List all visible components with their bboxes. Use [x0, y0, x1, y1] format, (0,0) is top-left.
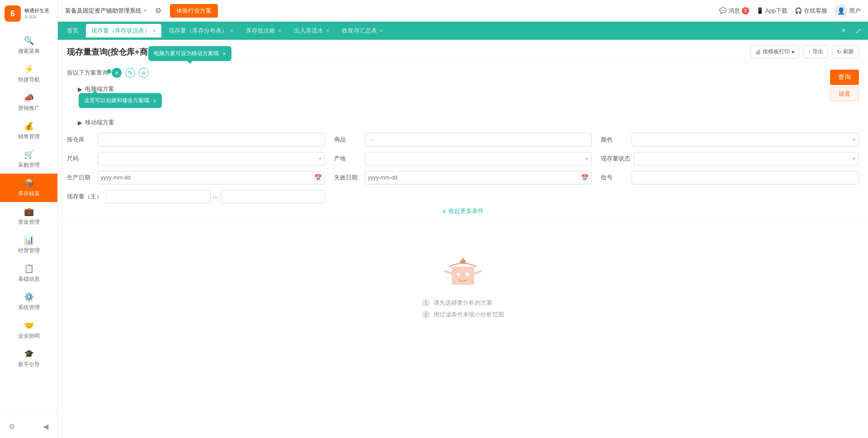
export-btn[interactable]: ↑ 导出	[803, 45, 828, 58]
filter-mfg-date: 生产日期 📅	[67, 171, 325, 184]
arrow-icon: ▶	[78, 86, 82, 93]
sidebar-item-base[interactable]: 📋 基础信息	[0, 259, 57, 287]
filter-grid: 按仓库 ··· 商品 ··· 颜色	[67, 133, 859, 203]
operation-icon: 📊	[24, 235, 34, 245]
empty-steps: 1 请先选择要分析的方案 2 用过滤条件来缩小分析范围	[422, 299, 504, 319]
app-download-btn[interactable]: 📱 App下载	[756, 7, 788, 15]
message-icon: 💬	[719, 7, 726, 14]
tab-close-icon[interactable]: ×	[230, 28, 233, 33]
finance-icon: 💼	[24, 207, 34, 217]
sidebar-item-purchase[interactable]: 🛒 采购管理	[0, 145, 57, 174]
refresh-btn[interactable]: ↻ 刷新	[832, 45, 859, 58]
calendar-icon[interactable]: 📅	[314, 174, 322, 181]
sidebar-item-system[interactable]: ⚙️ 系统管理	[0, 287, 57, 316]
warehouse-label: 按仓库	[67, 136, 94, 144]
filter-color: 颜色	[601, 133, 859, 146]
batch-no-input[interactable]	[632, 171, 859, 184]
filter-goods: 商品 ···	[334, 133, 592, 146]
empty-step-2: 2 用过滤条件来缩小分析范围	[422, 311, 504, 319]
calendar-icon[interactable]: 📅	[581, 174, 589, 181]
marketing-icon: 📣	[24, 93, 34, 103]
sidebar-item-marketing[interactable]: 📣 营销推广	[0, 88, 57, 117]
header-settings-btn[interactable]: ⚙	[152, 5, 165, 17]
sidebar-item-label: 营销推广	[18, 104, 40, 112]
tooltip-close-icon[interactable]: ×	[153, 97, 156, 104]
stock-qty-min-input[interactable]	[106, 190, 211, 203]
sidebar-collapse-btn[interactable]: ◀	[39, 420, 52, 433]
print-template-btn[interactable]: 🖨 按模板打印 ▾	[750, 45, 799, 58]
tab-inventory-distribution[interactable]: 现存量（库存分布表） ×	[163, 24, 239, 38]
sidebar-item-guide[interactable]: 🎓 新手引导	[0, 344, 57, 373]
user-btn[interactable]: 👤 用户	[835, 5, 861, 17]
stock-qty-label: 现存量（主）	[67, 193, 102, 201]
filter-label: 按以下方案查询	[67, 69, 108, 77]
origin-label: 产地	[334, 155, 361, 163]
tab-bar-end: × ⤢	[837, 24, 864, 37]
tab-close-icon[interactable]: ×	[153, 28, 156, 33]
industry-btn[interactable]: 体验行业方案	[170, 4, 218, 18]
color-select[interactable]	[632, 133, 859, 146]
top-header: 装备及固定资产辅助管理系统 ▾ ⚙ 体验行业方案 💬 消息 9 📱 App下载 …	[58, 0, 868, 22]
exp-date-input-wrap[interactable]: 📅	[365, 171, 592, 184]
size-select[interactable]	[98, 152, 325, 165]
message-btn[interactable]: 💬 消息 9	[719, 7, 749, 15]
tab-bar: 首页 现存量（库存状况表） × 现存量（库存分布表） × 库存批次账 × 出入库…	[58, 22, 868, 40]
goods-label: 商品	[334, 136, 361, 144]
back-btn[interactable]: «	[139, 68, 149, 78]
origin-select-wrap[interactable]	[365, 152, 592, 165]
schema-desktop-item[interactable]: ▶ 电脑端方案	[74, 83, 859, 95]
tab-close-icon[interactable]: ×	[380, 28, 383, 33]
sidebar-nav: 🔍 搜索菜单 ⚡ 快捷导航 📣 营销推广 💰 销售管理 🛒 采购管理 📦 库存核…	[0, 28, 57, 414]
sidebar-settings-btn[interactable]: ⚙	[5, 420, 18, 433]
enterprise-icon: 🤝	[24, 320, 34, 330]
tab-batch-account[interactable]: 库存批次账 ×	[241, 24, 287, 38]
online-support-btn[interactable]: 🎧 在线客服	[795, 7, 827, 15]
sidebar-item-label: 库存核算	[18, 190, 40, 198]
sidebar-item-finance[interactable]: 💼 资金管理	[0, 202, 57, 231]
origin-select[interactable]	[365, 152, 592, 165]
stock-qty-max-input[interactable]	[220, 190, 325, 203]
sidebar-item-search[interactable]: 🔍 搜索菜单	[0, 31, 57, 60]
sidebar-logo: 6 畅通好生意 标准版	[0, 0, 57, 28]
tab-inventory-status[interactable]: 现存量（库存状况表） ×	[86, 24, 161, 38]
tab-maximize-btn[interactable]: ⤢	[852, 24, 864, 37]
sidebar-footer: ⚙ ◀	[0, 414, 57, 438]
tooltip-close-icon[interactable]: ×	[222, 50, 226, 57]
collapse-btn[interactable]: ∧ 收起更多条件	[442, 207, 484, 215]
color-select-wrap[interactable]	[632, 133, 859, 146]
tab-close-icon[interactable]: ×	[326, 28, 329, 33]
schema-mobile-item[interactable]: ▶ 移动端方案	[74, 117, 859, 128]
tab-close-all-btn[interactable]: ×	[837, 24, 850, 37]
empty-state: 1 请先选择要分析的方案 2 用过滤条件来缩小分析范围	[58, 219, 868, 346]
stock-status-select[interactable]	[634, 152, 859, 165]
stock-status-select-wrap[interactable]	[634, 152, 859, 165]
sidebar-item-quick[interactable]: ⚡ 快捷导航	[0, 60, 57, 88]
brand-name: 畅通好生意	[24, 7, 49, 14]
settings-button[interactable]: 设置	[830, 87, 859, 101]
query-button[interactable]: 查询	[830, 70, 859, 85]
sidebar-item-operation[interactable]: 📊 经营管理	[0, 231, 57, 259]
header-right: 💬 消息 9 📱 App下载 🎧 在线客服 👤 用户	[719, 5, 861, 17]
exp-date-input[interactable]	[368, 174, 580, 181]
mfg-date-input[interactable]	[101, 174, 312, 181]
dropdown-arrow-icon: ▾	[792, 49, 794, 55]
tab-receive-summary[interactable]: 收发存汇总表 ×	[336, 24, 388, 38]
warehouse-dots: ···	[102, 137, 107, 143]
svg-rect-5	[460, 260, 466, 264]
size-select-wrap[interactable]	[98, 152, 325, 165]
sidebar-item-label: 系统管理	[18, 304, 40, 311]
tab-home[interactable]: 首页	[61, 24, 84, 38]
edit-schema-btn[interactable]: ✎	[125, 68, 135, 78]
mfg-date-input-wrap[interactable]: 📅	[98, 171, 325, 184]
add-schema-btn[interactable]: +	[112, 68, 122, 78]
filter-origin: 产地	[334, 152, 592, 165]
tab-inout-flow[interactable]: 出入库流水 ×	[288, 24, 335, 38]
tab-close-icon[interactable]: ×	[278, 28, 281, 33]
sidebar-item-label: 销售管理	[18, 133, 40, 141]
sidebar-item-sales[interactable]: 💰 销售管理	[0, 117, 57, 145]
sidebar-item-enterprise[interactable]: 🤝 企业协同	[0, 316, 57, 344]
page-content: 现存量查询(按仓库+商品) 🖨 按模板打印 ▾ ↑ 导出 ↻ 刷新	[58, 40, 868, 438]
tooltip-text: 电脑方案可设为移动方案哦	[154, 50, 219, 57]
sidebar-item-inventory[interactable]: 📦 库存核算	[0, 174, 57, 202]
collapse-row: ∧ 收起更多条件	[67, 203, 859, 217]
